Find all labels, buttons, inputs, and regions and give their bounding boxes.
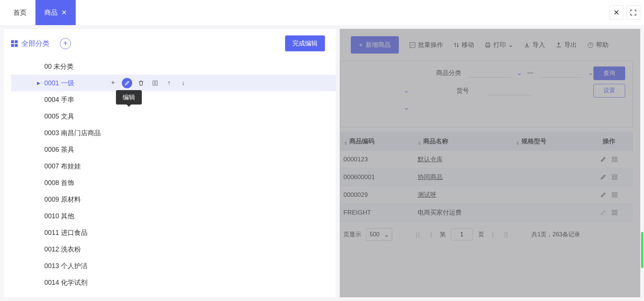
edit-icon[interactable]	[122, 78, 132, 88]
col-name[interactable]: ▲▼商品名称	[414, 132, 512, 151]
right-panel: + 新增商品 批量操作 移动 打印 ⌄ 导入	[340, 29, 640, 297]
category-row[interactable]: 0004 手串	[11, 91, 336, 108]
help-label: 帮助	[596, 41, 609, 49]
table-row[interactable]: 000600001协同商品	[340, 168, 633, 186]
cell-code: 0000029	[340, 186, 414, 204]
cell-name[interactable]: 测试呀	[418, 191, 436, 198]
category-row[interactable]: 0010 其他	[11, 208, 336, 224]
cell-code: 0000123	[340, 151, 414, 168]
add-category-button[interactable]: +	[60, 38, 71, 49]
page-last-button[interactable]: ⟩|	[501, 230, 510, 239]
add-icon[interactable]: +	[108, 78, 118, 88]
category-label: 00 未分类	[44, 62, 73, 71]
category-row[interactable]: 0014 化学试剂	[11, 274, 336, 291]
filter-category-input[interactable]	[467, 68, 511, 78]
cell-name[interactable]: 协同商品	[418, 174, 443, 181]
page-label-pre: 第	[440, 231, 446, 239]
page-input[interactable]	[451, 229, 473, 240]
tab-home[interactable]: 首页	[4, 0, 35, 25]
plus-icon: +	[359, 41, 363, 49]
print-button[interactable]: 打印 ⌄	[484, 41, 513, 49]
svg-rect-18	[615, 195, 617, 197]
category-row[interactable]: 0005 文具	[11, 108, 336, 124]
category-row[interactable]: 0012 洗衣粉	[11, 241, 336, 257]
delete-icon[interactable]	[136, 78, 146, 88]
page-first-button[interactable]: |⟨	[414, 230, 422, 239]
filter-number-input[interactable]	[487, 86, 532, 95]
arrow-up-icon[interactable]: ↑	[164, 78, 174, 88]
cell-name[interactable]: 默认仓库	[418, 156, 443, 163]
grid-icon	[11, 40, 18, 47]
page-next-button[interactable]: ⟩	[489, 230, 496, 239]
category-label: 0009 原材料	[44, 195, 81, 204]
chevron-down-icon: ⌄	[508, 41, 513, 49]
tab-product[interactable]: 商品 ✕	[35, 0, 76, 25]
category-row[interactable]: 0008 首饰	[11, 174, 336, 191]
help-button[interactable]: ? 帮助	[587, 41, 609, 49]
cell-spec	[512, 204, 585, 222]
all-categories-label: 全部分类	[21, 39, 49, 48]
all-categories[interactable]: 全部分类 +	[11, 38, 71, 49]
done-edit-button[interactable]: 完成编辑	[285, 35, 325, 51]
category-row[interactable]: 0007 布娃娃	[11, 158, 336, 174]
move-icon	[453, 42, 459, 48]
per-page-label: 页显示	[343, 231, 361, 239]
batch-button[interactable]: 批量操作	[409, 41, 443, 49]
category-label: 0003 南昌门店商品	[44, 129, 101, 137]
fullscreen-button[interactable]	[626, 6, 640, 20]
cell-code: FREIGHT	[340, 204, 414, 222]
category-row[interactable]: ▶0001 一级+↑↓	[11, 75, 336, 91]
more-icon[interactable]	[612, 174, 618, 180]
per-page-select[interactable]: 500 ⌄	[366, 228, 392, 241]
category-row[interactable]: 00 未分类	[11, 58, 336, 75]
category-row[interactable]: 0003 南昌门店商品	[11, 124, 336, 141]
cell-code: 000600001	[340, 168, 414, 186]
edit-icon[interactable]	[600, 174, 606, 180]
category-label: 0008 首饰	[44, 178, 74, 187]
filter-category-input-2[interactable]	[538, 68, 583, 78]
table-row[interactable]: 0000029测试呀	[340, 186, 633, 204]
category-row[interactable]: 0009 原材料	[11, 191, 336, 208]
edit-icon[interactable]	[600, 209, 606, 216]
svg-rect-15	[612, 192, 614, 194]
export-button[interactable]: 导出	[555, 41, 577, 49]
add-product-label: 新增商品	[366, 41, 391, 49]
chevron-down-icon[interactable]: ⌄	[404, 86, 409, 95]
pager: 页显示 500 ⌄ |⟨ ⟨ 第 页 ⟩ ⟩| 共1页，263条记录	[340, 222, 633, 247]
more-icon[interactable]	[612, 192, 618, 198]
category-row[interactable]: 0006 茶具	[11, 141, 336, 158]
category-row[interactable]: 0013 个人护洁	[11, 257, 336, 274]
category-row[interactable]: 0011 进口食品	[11, 224, 336, 241]
chevron-down-icon[interactable]: ⌄	[517, 69, 522, 77]
chevron-down-icon[interactable]: ⌄	[404, 103, 409, 112]
row-actions: +↑↓	[108, 78, 188, 88]
filter-category-label: 商品分类	[436, 69, 462, 77]
scroll-indicator	[641, 232, 643, 268]
query-button[interactable]: 查询	[593, 66, 625, 80]
chevron-down-icon[interactable]: ⌄	[588, 69, 593, 77]
import-button[interactable]: 导入	[524, 41, 545, 49]
caret-right-icon[interactable]: ▶	[37, 81, 40, 86]
category-list: 00 未分类▶0001 一级+↑↓0004 手串0005 文具0003 南昌门店…	[11, 58, 336, 294]
table-row[interactable]: 0000123默认仓库	[340, 151, 633, 168]
edit-icon[interactable]	[600, 156, 606, 163]
col-code[interactable]: ▲▼商品编码	[340, 132, 414, 151]
more-icon[interactable]	[612, 156, 618, 163]
adjust-icon[interactable]	[150, 78, 160, 88]
close-icon[interactable]: ✕	[61, 8, 67, 17]
close-all-button[interactable]: ✕	[609, 6, 623, 20]
more-icon[interactable]	[612, 209, 618, 216]
chevron-down-icon: ⌄	[384, 231, 389, 238]
settings-button[interactable]: 设置	[593, 84, 625, 98]
arrow-down-icon[interactable]: ↓	[178, 78, 188, 88]
print-icon	[484, 42, 491, 48]
table-row[interactable]: FREIGHT电商买家付运费	[340, 204, 633, 222]
edit-icon[interactable]	[600, 192, 606, 198]
batch-label: 批量操作	[418, 41, 443, 49]
page-prev-button[interactable]: ⟨	[428, 230, 435, 239]
svg-rect-8	[615, 157, 617, 159]
move-button[interactable]: 移动	[453, 41, 474, 49]
col-spec[interactable]: ▲▼规格型号	[512, 132, 585, 151]
add-product-button[interactable]: + 新增商品	[351, 36, 399, 54]
sort-icon: ▲▼	[515, 141, 520, 145]
